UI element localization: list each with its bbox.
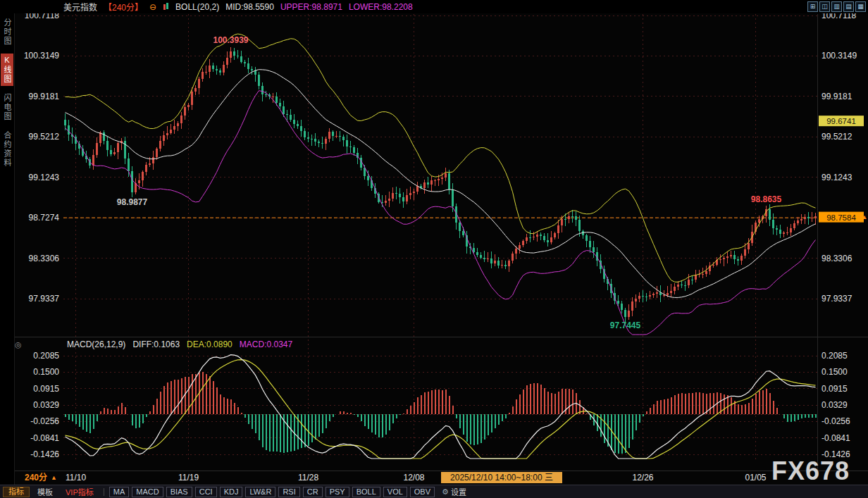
window-layout-icon-2[interactable]: ◫ bbox=[819, 1, 830, 12]
toolbar-divider bbox=[104, 488, 104, 496]
svg-text:0.2085: 0.2085 bbox=[33, 351, 59, 361]
svg-text:98.8635: 98.8635 bbox=[751, 194, 782, 204]
svg-text:12/26: 12/26 bbox=[632, 473, 653, 483]
macd-params-label[interactable]: MACD(26,12,9) bbox=[67, 340, 125, 349]
macd-hist-value: MACD:0.0347 bbox=[240, 340, 292, 349]
axis-labels: 100.7118100.7118100.3149100.314999.91819… bbox=[24, 11, 857, 459]
boll-lower-value: LOWER:98.2208 bbox=[349, 2, 413, 12]
svg-text:97.9337: 97.9337 bbox=[822, 294, 852, 304]
chart-canvas[interactable]: 100.7118100.7118100.3149100.314999.91819… bbox=[0, 0, 868, 498]
svg-text:12/08: 12/08 bbox=[403, 473, 424, 483]
svg-text:99.6741: 99.6741 bbox=[826, 117, 856, 125]
boll-upper-value: UPPER:98.8971 bbox=[280, 2, 342, 12]
candlesticks bbox=[64, 47, 817, 323]
svg-text:98.3306: 98.3306 bbox=[822, 254, 852, 263]
grid-lines bbox=[14, 14, 868, 471]
window-controls: ⊞ ◫ ▥ ▤ ▦ bbox=[807, 1, 866, 12]
indicator-boll-button[interactable]: BOLL bbox=[352, 487, 380, 497]
svg-text:11/19: 11/19 bbox=[178, 473, 199, 483]
sidebar-item-kline-chart[interactable]: K线图 bbox=[1, 54, 13, 86]
svg-text:97.9337: 97.9337 bbox=[29, 294, 60, 304]
tab-vip-indicators[interactable]: VIP指标 bbox=[61, 486, 99, 497]
window-layout-icon-3[interactable]: ▥ bbox=[831, 1, 842, 12]
svg-text:11/28: 11/28 bbox=[298, 473, 318, 483]
svg-text:99.1243: 99.1243 bbox=[29, 173, 60, 182]
boll-mid-line bbox=[66, 70, 816, 298]
indicator-cci-button[interactable]: CCI bbox=[195, 487, 217, 497]
svg-text:99.9181: 99.9181 bbox=[29, 92, 60, 101]
indicator-bias-button[interactable]: BIAS bbox=[166, 487, 192, 497]
svg-text:98.9877: 98.9877 bbox=[117, 197, 148, 207]
window-layout-icon-5[interactable]: ▦ bbox=[855, 1, 866, 12]
tab-indicators[interactable]: 指标 bbox=[3, 487, 30, 497]
svg-text:0.0915: 0.0915 bbox=[822, 384, 848, 394]
macd-diff-value: DIFF:0.1063 bbox=[132, 340, 180, 349]
header-bar: 美元指数 【240分】 ⊖ BOLL(20,2) MID:98.5590 UPP… bbox=[0, 0, 868, 13]
boll-indicator-label[interactable]: BOLL(20,2) bbox=[175, 2, 219, 12]
svg-text:99.9181: 99.9181 bbox=[822, 92, 852, 101]
sidebar-item-flash-chart[interactable]: 闪电图 bbox=[1, 92, 13, 123]
settings-button[interactable]: ⚙ 设置 bbox=[442, 486, 466, 497]
indicator-psy-button[interactable]: PSY bbox=[326, 487, 349, 497]
svg-text:100.3149: 100.3149 bbox=[822, 51, 857, 61]
svg-text:11/10: 11/10 bbox=[66, 473, 86, 483]
svg-text:0.2085: 0.2085 bbox=[822, 351, 848, 361]
boll-upper-line bbox=[66, 34, 816, 282]
left-sidebar: 分时图 K线图 闪电图 合约资料 bbox=[0, 13, 15, 485]
indicator-kdj-button[interactable]: KDJ bbox=[220, 487, 243, 497]
window-layout-icon-1[interactable]: ⊞ bbox=[807, 1, 818, 12]
indicator-cr-button[interactable]: CR bbox=[303, 487, 323, 497]
period-label: 【240分】 bbox=[104, 1, 143, 13]
svg-text:0.0329: 0.0329 bbox=[33, 400, 59, 410]
bottom-toolbar: 指标 模板 VIP指标 MA MACD BIAS CCI KDJ LW&R RS… bbox=[0, 485, 868, 498]
tab-templates[interactable]: 模板 bbox=[32, 486, 58, 497]
svg-text:97.7445: 97.7445 bbox=[610, 320, 641, 330]
sidebar-item-time-chart[interactable]: 分时图 bbox=[1, 16, 13, 48]
symbol-title: 美元指数 bbox=[63, 1, 97, 13]
trading-app-window: 100.7118100.7118100.3149100.314999.91819… bbox=[0, 0, 868, 498]
collapse-icon[interactable]: ⊖ bbox=[149, 2, 156, 12]
svg-text:99.5212: 99.5212 bbox=[822, 132, 852, 142]
date-axis: 11/1011/1911/2812/0812/2601/052025/12/10… bbox=[25, 472, 767, 483]
settings-label: 设置 bbox=[451, 486, 466, 497]
svg-text:0.0915: 0.0915 bbox=[33, 384, 59, 394]
macd-dea-value: DEA:0.0890 bbox=[187, 340, 232, 349]
svg-text:▲: ▲ bbox=[51, 474, 57, 481]
indicator-vol-button[interactable]: VOL bbox=[383, 487, 407, 497]
macd-panel-icon[interactable]: ◎ bbox=[15, 340, 22, 349]
svg-text:2025/12/10 14:00~18:00 三: 2025/12/10 14:00~18:00 三 bbox=[450, 473, 553, 483]
sidebar-item-contract-info[interactable]: 合约资料 bbox=[1, 129, 13, 170]
svg-text:0.1500: 0.1500 bbox=[33, 367, 59, 377]
candlestick-icon bbox=[163, 3, 169, 11]
svg-text:240分: 240分 bbox=[25, 472, 47, 483]
svg-text:98.7584: 98.7584 bbox=[826, 213, 856, 222]
indicator-macd-button[interactable]: MACD bbox=[132, 487, 163, 497]
indicator-obv-button[interactable]: OBV bbox=[410, 487, 435, 497]
svg-text:-0.0841: -0.0841 bbox=[822, 433, 850, 443]
boll-mid-value: MID:98.5590 bbox=[225, 2, 274, 12]
svg-text:0.1500: 0.1500 bbox=[822, 367, 848, 377]
svg-text:01/05: 01/05 bbox=[745, 473, 766, 483]
svg-text:100.3149: 100.3149 bbox=[24, 51, 59, 61]
indicator-ma-button[interactable]: MA bbox=[109, 487, 130, 497]
svg-text:-0.0256: -0.0256 bbox=[822, 416, 850, 426]
window-layout-icon-4[interactable]: ▤ bbox=[843, 1, 854, 12]
indicator-wr-button[interactable]: LW&R bbox=[245, 487, 275, 497]
svg-text:99.1243: 99.1243 bbox=[822, 173, 852, 182]
gear-icon: ⚙ bbox=[442, 487, 449, 497]
svg-text:0.0329: 0.0329 bbox=[822, 400, 848, 410]
fx678-watermark: FX678 bbox=[771, 456, 850, 486]
svg-text:98.7274: 98.7274 bbox=[29, 213, 60, 223]
indicator-rsi-button[interactable]: RSI bbox=[278, 487, 299, 497]
svg-text:-0.0256: -0.0256 bbox=[30, 416, 59, 426]
svg-text:98.3306: 98.3306 bbox=[29, 254, 60, 263]
svg-text:-0.1426: -0.1426 bbox=[30, 449, 59, 459]
macd-header: MACD(26,12,9) DIFF:0.1063 DEA:0.0890 MAC… bbox=[67, 340, 292, 349]
svg-text:99.5212: 99.5212 bbox=[29, 132, 60, 142]
macd-histogram bbox=[66, 372, 816, 454]
svg-text:-0.0841: -0.0841 bbox=[30, 433, 59, 443]
svg-text:100.3939: 100.3939 bbox=[213, 35, 248, 45]
